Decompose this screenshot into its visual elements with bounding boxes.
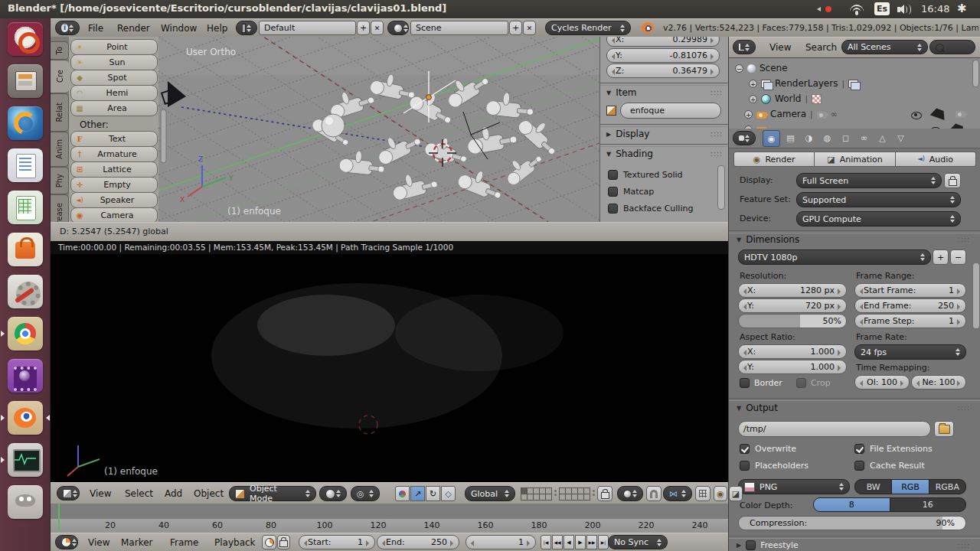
add-lamp-hemi-button[interactable]: ◠Hemi — [70, 85, 158, 101]
border-checkbox[interactable]: Border — [740, 378, 782, 388]
launcher-item-gimp[interactable] — [8, 485, 43, 519]
increment-arrow-icon[interactable] — [710, 68, 714, 74]
menu-file[interactable]: File — [88, 19, 103, 37]
launcher-item-system-settings[interactable] — [8, 275, 43, 308]
increment-arrow-icon[interactable] — [838, 349, 841, 355]
tab-world[interactable]: ◍ — [819, 130, 835, 145]
layers-grid-2[interactable] — [559, 487, 590, 500]
tab-scene[interactable]: ◑ — [801, 130, 817, 145]
properties-scrollbar[interactable] — [972, 262, 980, 329]
launcher-item-video-recorder[interactable] — [8, 359, 43, 393]
decrement-arrow-icon[interactable] — [471, 540, 475, 546]
launcher-item-libreoffice-writer[interactable] — [8, 148, 43, 182]
screen-layout-icon-button[interactable] — [236, 21, 257, 35]
output-panel-header[interactable]: ▼Output:::: — [737, 403, 970, 413]
increment-arrow-icon[interactable] — [710, 53, 714, 59]
panel-grip-icon[interactable]: :::: — [958, 542, 970, 549]
view-menu[interactable]: View — [90, 483, 111, 504]
decrement-arrow-icon[interactable] — [612, 68, 616, 74]
tab-physics[interactable]: △ — [874, 130, 890, 145]
editor-type-selector[interactable]: i — [55, 21, 80, 35]
textured-solid-checkbox[interactable]: Textured Solid — [608, 170, 683, 180]
decrement-arrow-icon[interactable] — [860, 380, 864, 386]
select-menu[interactable]: Select — [125, 483, 153, 504]
decrement-arrow-icon[interactable] — [382, 540, 386, 546]
viewport-editor-selector[interactable] — [57, 486, 80, 500]
frame-step-field[interactable]: Frame Step:1 — [854, 314, 966, 328]
tab-physics[interactable]: Phy — [51, 167, 69, 194]
expand-toggle[interactable]: + — [749, 95, 757, 103]
sync-mode-dropdown[interactable]: No Sync — [608, 535, 668, 549]
menu-render[interactable]: Render — [117, 19, 150, 37]
panel-grip-icon[interactable]: :::: — [710, 150, 723, 158]
increment-arrow-icon[interactable] — [838, 303, 841, 309]
mode-dropdown[interactable]: Object Mode — [229, 486, 316, 501]
layout-close-button[interactable]: ✕ — [371, 21, 384, 35]
depth-8[interactable]: 8 — [814, 498, 890, 511]
remap-old-field[interactable]: Ol: 100 — [854, 375, 910, 390]
decrement-arrow-icon[interactable] — [916, 380, 920, 386]
add-lamp-area-button[interactable]: ▦Area — [70, 100, 158, 116]
panel-grip-icon[interactable]: :::: — [958, 404, 970, 412]
overwrite-checkbox[interactable]: Overwrite — [740, 444, 796, 454]
outliner-search-field[interactable] — [929, 40, 975, 54]
color-mode-rgba[interactable]: RGBA — [929, 480, 965, 494]
decrement-arrow-icon[interactable] — [743, 288, 747, 294]
feature-set-dropdown[interactable]: Supported — [796, 192, 961, 207]
add-empty-button[interactable]: ✛Empty — [70, 177, 158, 193]
tab-object[interactable]: ◻ — [838, 130, 854, 145]
decrement-arrow-icon[interactable] — [860, 318, 864, 324]
add-lamp-point-button[interactable]: ✶Point — [70, 39, 158, 55]
outliner-menu-view[interactable]: View — [769, 37, 791, 57]
timeline-ruler[interactable]: 20 40 60 80 100 120 140 160 180 200 220 … — [51, 519, 728, 533]
add-lattice-button[interactable]: ⊞Lattice — [70, 161, 158, 178]
resolution-y-field[interactable]: Y:720 px — [738, 298, 847, 313]
aspect-x-field[interactable]: X:1.000 — [738, 344, 847, 359]
output-browse-button[interactable] — [934, 421, 954, 437]
snap-element-dropdown[interactable]: ⋈ — [663, 486, 692, 501]
timeline-editor-selector[interactable] — [55, 535, 78, 549]
transform-y-field[interactable]: Y:-0.81076 — [606, 48, 720, 63]
timeline-track-area[interactable] — [51, 504, 728, 520]
n-panel-scrollbar[interactable] — [717, 165, 725, 210]
increment-arrow-icon[interactable] — [366, 540, 370, 546]
tab-create[interactable]: Cre — [51, 60, 69, 93]
snap-grid-button[interactable] — [695, 486, 710, 501]
decrement-arrow-icon[interactable] — [743, 364, 747, 370]
resolution-scale-slider[interactable]: 50% — [738, 314, 847, 328]
add-text-button[interactable]: FText — [70, 131, 158, 147]
aspect-y-field[interactable]: Y:1.000 — [738, 360, 847, 374]
jump-next-keyframe-button[interactable]: ▶▶ — [586, 535, 597, 549]
preview-range-clock-button[interactable] — [262, 535, 276, 549]
color-mode-rgb[interactable]: RGB — [892, 480, 929, 494]
jump-prev-keyframe-button[interactable]: ◀◀ — [552, 535, 563, 549]
jump-to-start-button[interactable]: |◀ — [541, 535, 551, 549]
frame-rate-dropdown[interactable]: 24 fps — [854, 344, 966, 360]
transform-z-field[interactable]: Z:0.36479 — [606, 64, 720, 78]
opengl-render-button[interactable]: ◉ — [714, 486, 727, 501]
outliner-menu-search[interactable]: Search — [805, 37, 837, 57]
render-preview-viewport[interactable]: Time:00:00.00 | Remaining:00:03.55 | Mem… — [51, 241, 728, 482]
object-name-field[interactable]: enfoque — [620, 103, 721, 119]
transform-x-field[interactable]: X:0.29989 — [606, 37, 720, 47]
decrement-arrow-icon[interactable] — [860, 288, 864, 294]
visibility-eye-icon[interactable] — [911, 112, 922, 119]
increment-arrow-icon[interactable] — [957, 303, 961, 309]
scene-close-button[interactable]: ✕ — [523, 21, 536, 35]
selectability-cursor-icon[interactable] — [949, 122, 967, 129]
launcher-item-system-monitor[interactable] — [8, 443, 43, 477]
add-armature-button[interactable]: †Armature — [70, 146, 158, 162]
crop-checkbox[interactable]: Crop — [796, 378, 831, 388]
outliner-row-scene[interactable]: − Scene — [735, 61, 976, 75]
proportional-edit-dropdown[interactable] — [617, 486, 643, 501]
launcher-item-blender[interactable] — [8, 401, 43, 435]
keyboard-layout-indicator[interactable]: Es — [874, 2, 890, 15]
dimensions-panel-header[interactable]: ▼Dimensions:::: — [737, 234, 970, 245]
manipulator-toggle-button[interactable] — [395, 486, 410, 501]
launcher-item-ubuntu-dash[interactable] — [8, 22, 43, 56]
increment-arrow-icon[interactable] — [900, 380, 904, 386]
output-path-field[interactable]: /tmp/ — [738, 421, 931, 437]
outliner-row-world[interactable]: + World | — [749, 92, 976, 106]
remap-new-field[interactable]: Ne: 100 — [911, 375, 966, 390]
timeline-menu-playback[interactable]: Playback — [214, 533, 256, 551]
